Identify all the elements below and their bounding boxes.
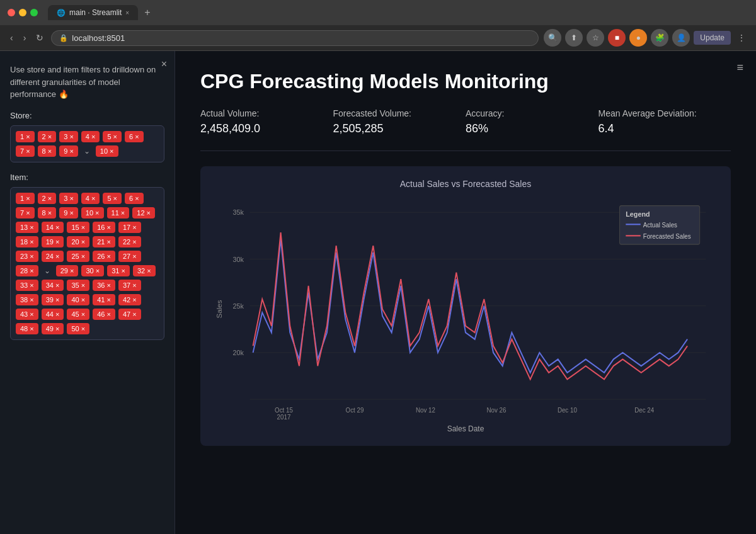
svg-text:Dec 24: Dec 24 [634,407,654,414]
item-tag[interactable]: 25 × [67,251,89,262]
item-tag[interactable]: 45 × [67,309,89,320]
item-tag[interactable]: 43 × [16,309,38,320]
item-tag[interactable]: 7 × [16,207,35,219]
svg-text:Legend: Legend [626,210,650,217]
item-tag[interactable]: 40 × [67,294,89,305]
svg-text:Dec 10: Dec 10 [558,407,577,414]
new-tab-button[interactable]: + [140,6,154,20]
item-tag[interactable]: 5 × [103,193,122,204]
store-dropdown-arrow[interactable]: ⌄ [81,145,93,157]
store-tag[interactable]: 10 × [96,145,118,157]
item-tag[interactable]: 47 × [118,309,141,320]
item-tag[interactable]: 29 × [56,265,79,276]
svg-text:Actual Sales: Actual Sales [643,221,677,228]
puzzle-button[interactable]: 🧩 [651,29,668,47]
store-tag[interactable]: 5 × [103,131,122,142]
search-button[interactable]: 🔍 [544,29,561,47]
bookmark-button[interactable]: ☆ [587,29,604,47]
store-multiselect[interactable]: 1 ×2 ×3 ×4 ×5 ×6 ×7 ×8 ×9 ×⌄10 × [10,125,164,162]
item-tag[interactable]: 33 × [16,280,38,291]
profile-button[interactable]: ● [629,29,647,47]
item-tag[interactable]: 24 × [42,251,64,262]
chart-container: Actual Sales vs Forecasted Sales 35k 30k… [200,166,731,446]
item-tag[interactable]: 23 × [16,251,38,262]
item-tag[interactable]: 26 × [93,251,115,262]
item-tag[interactable]: 42 × [118,294,141,305]
item-tag[interactable]: 17 × [118,222,141,233]
user-button[interactable]: 👤 [672,29,690,47]
item-tag[interactable]: 37 × [118,280,141,291]
store-tag[interactable]: 9 × [59,145,78,157]
item-tag[interactable]: 27 × [118,251,141,262]
item-tag[interactable]: 2 × [38,193,57,204]
store-tag[interactable]: 2 × [38,131,57,142]
store-tag[interactable]: 8 × [38,145,57,157]
svg-text:Oct 29: Oct 29 [346,407,364,414]
svg-text:Nov 12: Nov 12 [416,407,435,414]
store-tag[interactable]: 6 × [125,131,144,142]
refresh-button[interactable]: ↻ [33,31,46,44]
extensions-button[interactable]: ■ [608,29,626,47]
item-tag[interactable]: 38 × [16,294,38,305]
item-tag[interactable]: 35 × [67,280,89,291]
browser-chrome: 🌐 main · Streamlit × + ‹ › ↻ 🔒 localhost… [0,0,756,51]
item-tag[interactable]: 20 × [67,236,89,247]
tab-favicon: 🌐 [57,9,66,17]
item-tag[interactable]: 19 × [42,236,64,247]
item-tag[interactable]: 1 × [16,193,35,204]
item-tag[interactable]: 31 × [107,265,130,276]
item-tag[interactable]: 8 × [38,207,57,219]
close-traffic-light[interactable] [8,9,15,16]
item-tag[interactable]: 13 × [16,222,38,233]
item-tag[interactable]: 28 × [16,265,38,276]
back-button[interactable]: ‹ [8,31,16,44]
fullscreen-traffic-light[interactable] [30,9,38,16]
item-tag-grid: 1 ×2 ×3 ×4 ×5 ×6 ×7 ×8 ×9 ×10 ×11 ×12 ×1… [16,193,159,334]
item-tag[interactable]: 22 × [118,236,141,247]
update-button[interactable]: Update [694,31,731,45]
item-tag[interactable]: 36 × [93,280,115,291]
item-tag[interactable]: 14 × [42,222,64,233]
item-tag[interactable]: 32 × [133,265,156,276]
active-tab[interactable]: 🌐 main · Streamlit × [48,5,138,20]
store-tag[interactable]: 4 × [81,131,100,142]
share-button[interactable]: ⬆ [565,29,583,47]
item-multiselect[interactable]: 1 ×2 ×3 ×4 ×5 ×6 ×7 ×8 ×9 ×10 ×11 ×12 ×1… [10,187,164,340]
item-dropdown-arrow[interactable]: ⌄ [42,265,53,276]
item-tag[interactable]: 34 × [42,280,64,291]
minimize-traffic-light[interactable] [19,9,26,16]
tab-close-button[interactable]: × [125,9,129,16]
actual-volume-value: 2,458,409.0 [200,122,321,135]
item-tag[interactable]: 46 × [93,309,115,320]
item-tag[interactable]: 11 × [107,207,130,219]
store-filter-label: Store: [10,111,164,120]
forward-button[interactable]: › [21,31,29,44]
item-tag[interactable]: 9 × [59,207,78,219]
app-container: × Use store and item filters to drilldow… [0,51,756,534]
item-tag[interactable]: 10 × [81,207,104,219]
hamburger-menu-icon[interactable]: ≡ [736,61,743,74]
item-tag[interactable]: 16 × [93,222,115,233]
item-tag[interactable]: 15 × [67,222,89,233]
item-tag[interactable]: 6 × [125,193,144,204]
item-tag[interactable]: 44 × [42,309,64,320]
store-tag[interactable]: 1 × [16,131,35,142]
item-tag[interactable]: 48 × [16,323,38,334]
item-tag[interactable]: 41 × [93,294,115,305]
item-tag[interactable]: 4 × [81,193,100,204]
menu-button[interactable]: ⋮ [735,31,748,44]
item-tag[interactable]: 39 × [42,294,64,305]
mad-value: 6.4 [598,122,719,135]
address-bar[interactable]: 🔒 localhost:8501 [51,30,539,46]
item-tag[interactable]: 3 × [59,193,78,204]
item-tag[interactable]: 49 × [42,323,64,334]
sidebar-close-button[interactable]: × [161,59,167,70]
item-tag[interactable]: 50 × [67,323,89,334]
item-tag[interactable]: 30 × [81,265,104,276]
metrics-row: Actual Volume: 2,458,409.0 Forecasted Vo… [200,108,731,135]
item-tag[interactable]: 18 × [16,236,38,247]
item-tag[interactable]: 12 × [132,207,155,219]
store-tag[interactable]: 7 × [16,145,35,157]
store-tag[interactable]: 3 × [59,131,78,142]
item-tag[interactable]: 21 × [93,236,115,247]
